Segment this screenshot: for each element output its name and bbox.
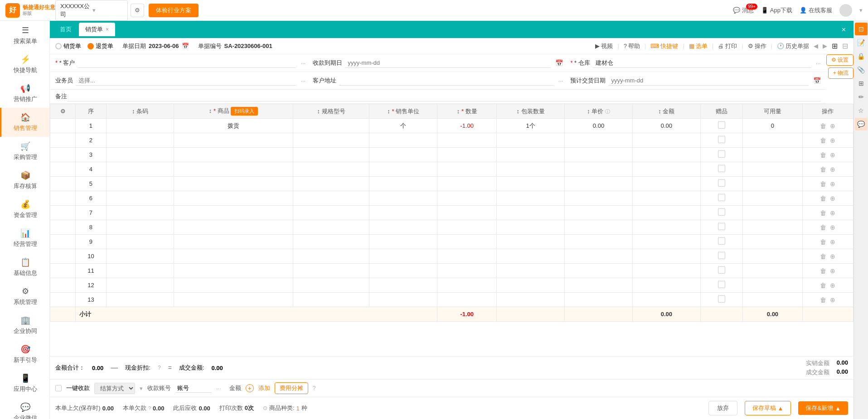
delete-row-btn[interactable]: 🗑 bbox=[819, 281, 827, 290]
abandon-button[interactable]: 放弃 bbox=[708, 401, 737, 415]
th-gear[interactable]: ⚙ bbox=[50, 104, 76, 119]
delete-row-btn[interactable]: 🗑 bbox=[819, 223, 827, 232]
scan-button[interactable]: 扫码录入 bbox=[231, 107, 258, 116]
dots-icon[interactable]: ··· bbox=[216, 385, 221, 392]
copy-row-btn[interactable]: ⊕ bbox=[829, 223, 836, 232]
cell-pkgqty[interactable] bbox=[497, 278, 565, 293]
cell-amount[interactable] bbox=[632, 235, 700, 249]
cell-spec[interactable] bbox=[293, 278, 369, 293]
cell-barcode[interactable] bbox=[106, 177, 174, 191]
copy-row-btn[interactable]: ⊕ bbox=[829, 252, 836, 261]
operate-link[interactable]: ⚙ 操作 bbox=[748, 42, 766, 50]
sidebar-item-quicknav[interactable]: ⚡ 快捷导航 bbox=[0, 50, 49, 79]
cell-price[interactable]: 0.00 bbox=[565, 119, 633, 133]
cell-gift[interactable] bbox=[700, 293, 743, 307]
sidebar-item-marketing[interactable]: 📢 营销推广 bbox=[0, 79, 49, 108]
cell-pkgqty[interactable] bbox=[497, 235, 565, 249]
cell-barcode[interactable] bbox=[106, 249, 174, 264]
cell-pkgqty[interactable] bbox=[497, 206, 565, 220]
expense-help-icon[interactable]: ? bbox=[313, 385, 316, 391]
cell-qty[interactable] bbox=[437, 133, 497, 148]
copy-row-btn[interactable]: ⊕ bbox=[829, 121, 836, 130]
cell-gift[interactable] bbox=[700, 264, 743, 278]
copy-row-btn[interactable]: ⊕ bbox=[829, 136, 836, 145]
cell-qty[interactable] bbox=[437, 235, 497, 249]
cell-amount[interactable]: 0.00 bbox=[632, 119, 700, 133]
cell-spec[interactable] bbox=[293, 264, 369, 278]
cell-qty[interactable] bbox=[437, 278, 497, 293]
cell-product[interactable] bbox=[174, 264, 293, 278]
cell-gift[interactable] bbox=[700, 119, 743, 133]
expense-button[interactable]: 费用分摊 bbox=[275, 382, 308, 394]
company-selector[interactable]: XXXXXX公司 ▾ bbox=[55, 0, 128, 21]
cell-product[interactable] bbox=[174, 177, 293, 191]
cell-unit[interactable] bbox=[369, 148, 437, 162]
sidebar-item-guide[interactable]: 🎯 新手引导 bbox=[0, 340, 49, 369]
rp-lock[interactable]: 🔒 bbox=[855, 50, 868, 63]
cell-barcode[interactable] bbox=[106, 191, 174, 206]
gift-checkbox[interactable] bbox=[718, 223, 725, 230]
cell-barcode[interactable] bbox=[106, 264, 174, 278]
cell-price[interactable] bbox=[565, 133, 633, 148]
cell-amount[interactable] bbox=[632, 220, 700, 235]
cell-qty[interactable] bbox=[437, 148, 497, 162]
cell-unit[interactable] bbox=[369, 249, 437, 264]
cell-pkgqty[interactable] bbox=[497, 293, 565, 307]
cell-amount[interactable] bbox=[632, 206, 700, 220]
print-link[interactable]: 🖨 打印 bbox=[718, 42, 737, 50]
cell-pkgqty[interactable] bbox=[497, 148, 565, 162]
sidebar-item-apps[interactable]: 📱 应用中心 bbox=[0, 369, 49, 398]
cell-barcode[interactable] bbox=[106, 206, 174, 220]
tab-sales-order[interactable]: 销货单 × bbox=[79, 23, 115, 36]
cell-spec[interactable] bbox=[293, 162, 369, 177]
cell-qty[interactable] bbox=[437, 220, 497, 235]
logistics-button[interactable]: + 物流 bbox=[828, 67, 853, 79]
trial-button[interactable]: 体验行业方案 bbox=[149, 4, 199, 17]
copy-row-btn[interactable]: ⊕ bbox=[829, 266, 836, 275]
cell-barcode[interactable] bbox=[106, 293, 174, 307]
cell-gift[interactable] bbox=[700, 133, 743, 148]
delete-row-btn[interactable]: 🗑 bbox=[819, 136, 827, 145]
cell-barcode[interactable] bbox=[106, 278, 174, 293]
cell-pkgqty[interactable]: 1个 bbox=[497, 119, 565, 133]
cell-amount[interactable] bbox=[632, 249, 700, 264]
cell-price[interactable] bbox=[565, 191, 633, 206]
copy-row-btn[interactable]: ⊕ bbox=[829, 165, 836, 174]
cell-barcode[interactable] bbox=[106, 119, 174, 133]
cell-gift[interactable] bbox=[700, 235, 743, 249]
grid-icon[interactable]: ⊞ bbox=[832, 42, 838, 50]
cell-amount[interactable] bbox=[632, 133, 700, 148]
sidebar-item-purchase[interactable]: 🛒 采购管理 bbox=[0, 137, 49, 166]
cell-spec[interactable] bbox=[293, 249, 369, 264]
filter-link[interactable]: ▦ 选单 bbox=[689, 42, 708, 50]
rp-chat[interactable]: 💬 bbox=[855, 118, 868, 130]
cell-unit[interactable] bbox=[369, 191, 437, 206]
delete-row-btn[interactable]: 🗑 bbox=[819, 252, 827, 261]
cell-price[interactable] bbox=[565, 278, 633, 293]
product-type-icon[interactable]: ⊙ bbox=[263, 405, 267, 411]
list-icon[interactable]: ⊟ bbox=[842, 42, 848, 50]
cell-barcode[interactable] bbox=[106, 133, 174, 148]
gift-checkbox[interactable] bbox=[718, 165, 725, 172]
shortcut-link[interactable]: ⌨ 快捷键 bbox=[650, 42, 678, 50]
cell-spec[interactable] bbox=[293, 148, 369, 162]
cell-pkgqty[interactable] bbox=[497, 220, 565, 235]
sidebar-item-sales[interactable]: 🏠 销售管理 bbox=[0, 108, 49, 137]
gift-checkbox[interactable] bbox=[718, 281, 725, 288]
cell-barcode[interactable] bbox=[106, 148, 174, 162]
rp-expand[interactable]: ⊡ bbox=[855, 23, 868, 35]
cell-product[interactable] bbox=[174, 206, 293, 220]
rp-table[interactable]: ⊞ bbox=[855, 77, 868, 90]
rp-note[interactable]: 📝 bbox=[855, 36, 868, 49]
cell-amount[interactable] bbox=[632, 264, 700, 278]
one-click-checkbox[interactable] bbox=[55, 385, 62, 391]
cell-unit[interactable] bbox=[369, 264, 437, 278]
cell-product[interactable] bbox=[174, 162, 293, 177]
cell-unit[interactable] bbox=[369, 162, 437, 177]
salesman-input[interactable] bbox=[76, 76, 296, 86]
sidebar-item-search[interactable]: ☰ 搜索菜单 bbox=[0, 21, 49, 50]
cell-product[interactable] bbox=[174, 293, 293, 307]
history-link[interactable]: 🕐 历史单据 bbox=[777, 42, 809, 50]
cell-product[interactable] bbox=[174, 133, 293, 148]
cell-amount[interactable] bbox=[632, 177, 700, 191]
